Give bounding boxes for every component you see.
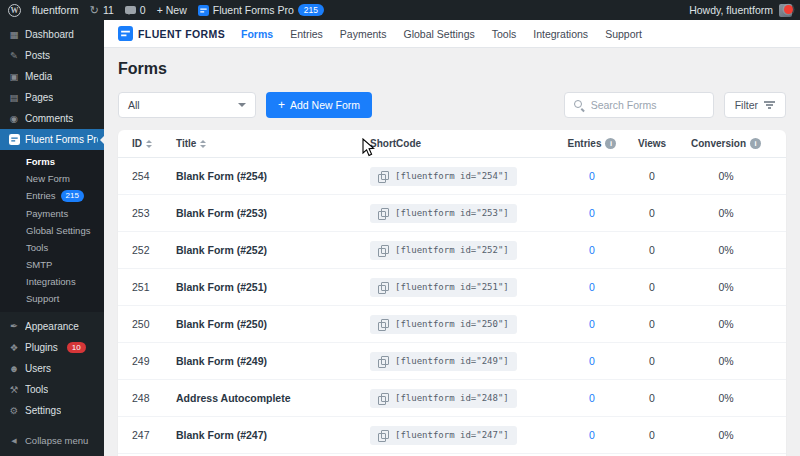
comments-link[interactable]: 0 [125, 4, 146, 16]
updates-link[interactable]: ↻ 11 [90, 4, 114, 16]
copy-icon [378, 319, 389, 330]
form-title-link[interactable]: Blank Form (#253) [176, 207, 370, 219]
table-row: 254 Blank Form (#254) [fluentform id="25… [118, 158, 786, 195]
column-header-conversion[interactable]: Conversion [680, 138, 772, 149]
shortcode-cell: [fluentform id="250"] [370, 315, 560, 334]
sidebar-subitem[interactable]: Tools [0, 239, 104, 256]
entries-link[interactable]: 0 [560, 281, 624, 293]
table-row: 249 Blank Form (#249) [fluentform id="24… [118, 343, 786, 380]
fluent-nav-item[interactable]: Integrations [533, 28, 588, 40]
conversion-cell: 0% [680, 392, 772, 404]
copy-icon [378, 393, 389, 404]
form-title-link[interactable]: Blank Form (#250) [176, 318, 370, 330]
collapse-menu-button[interactable]: ◀ Collapse menu [0, 431, 104, 450]
sidebar-item[interactable]: ❖ Plugins 10 [0, 337, 104, 359]
sidebar-item[interactable]: ▤ Pages [0, 87, 104, 108]
conversion-cell: 0% [680, 429, 772, 441]
pages-icon: ▤ [8, 93, 20, 103]
search-input[interactable] [591, 99, 705, 111]
form-title-link[interactable]: Blank Form (#249) [176, 355, 370, 367]
wp-sidebar: ▦ Dashboard ✎ Posts ▣ Media ▤ Pages [0, 20, 104, 456]
column-header-views: Views [624, 138, 680, 149]
column-header-title[interactable]: Title [176, 138, 370, 149]
sidebar-subitem[interactable]: New Form [0, 170, 104, 187]
conversion-cell: 0% [680, 207, 772, 219]
sidebar-subitem[interactable]: SMTP [0, 256, 104, 273]
shortcode-pill[interactable]: [fluentform id="249"] [370, 352, 517, 371]
appearance-icon: ✒ [8, 321, 20, 331]
fluent-nav-item[interactable]: Forms [241, 28, 273, 40]
sidebar-item[interactable]: ⚒ Tools [0, 379, 104, 400]
entries-link[interactable]: 0 [560, 170, 624, 182]
column-header-id[interactable]: ID [132, 138, 176, 149]
shortcode-pill[interactable]: [fluentform id="252"] [370, 241, 517, 260]
sidebar-subitem[interactable]: Integrations [0, 273, 104, 290]
recording-indicator [784, 5, 793, 14]
forms-page: Forms All + Add New Form Filter [104, 48, 800, 456]
sidebar-item[interactable]: ✎ Posts [0, 45, 104, 66]
sidebar-item[interactable]: ✒ Appearance [0, 316, 104, 337]
shortcode-pill[interactable]: [fluentform id="251"] [370, 278, 517, 297]
shortcode-pill[interactable]: [fluentform id="248"] [370, 389, 517, 408]
entries-link[interactable]: 0 [560, 244, 624, 256]
new-content-link[interactable]: + New [157, 4, 187, 16]
entries-link[interactable]: 0 [560, 355, 624, 367]
form-title-link[interactable]: Blank Form (#254) [176, 170, 370, 182]
fluent-nav-item[interactable]: Global Settings [404, 28, 475, 40]
form-id-cell: 247 [132, 429, 176, 441]
filter-icon [764, 100, 775, 110]
table-row: 247 Blank Form (#247) [fluentform id="24… [118, 417, 786, 454]
form-id-cell: 248 [132, 392, 176, 404]
info-icon [605, 138, 616, 149]
fluent-nav-item[interactable]: Support [605, 28, 642, 40]
shortcode-cell: [fluentform id="249"] [370, 352, 560, 371]
form-title-link[interactable]: Address Autocomplete [176, 392, 370, 404]
entries-link[interactable]: 0 [560, 429, 624, 441]
table-row: 252 Blank Form (#252) [fluentform id="25… [118, 232, 786, 269]
sidebar-menu-bottom: ✒ Appearance ❖ Plugins 10 ☻ Users ⚒ Tool… [0, 312, 104, 422]
shortcode-pill[interactable]: [fluentform id="254"] [370, 167, 517, 186]
tools-icon: ⚒ [8, 385, 20, 395]
form-title-link[interactable]: Blank Form (#247) [176, 429, 370, 441]
column-header-entries[interactable]: Entries [560, 138, 624, 149]
form-title-link[interactable]: Blank Form (#251) [176, 281, 370, 293]
fluent-forms-pro-adminbar-link[interactable]: Fluent Forms Pro 215 [198, 4, 324, 16]
sidebar-subitem[interactable]: Forms [0, 153, 104, 170]
copy-icon [378, 356, 389, 367]
filter-button[interactable]: Filter [724, 92, 786, 118]
wordpress-logo-icon: W [8, 4, 21, 17]
wp-admin-bar: W fluentform ↻ 11 0 + New Fluent Forms P… [0, 0, 800, 20]
sidebar-item[interactable]: ▣ Media [0, 66, 104, 87]
form-title-link[interactable]: Blank Form (#252) [176, 244, 370, 256]
sidebar-item[interactable]: ☻ Users [0, 358, 104, 379]
sidebar-item-fluent-forms-pro[interactable]: Fluent Forms Pro [0, 129, 104, 150]
views-cell: 0 [624, 281, 680, 293]
shortcode-pill[interactable]: [fluentform id="253"] [370, 204, 517, 223]
fluent-forms-brand[interactable]: FLUENT FORMS [118, 26, 225, 41]
status-filter-select[interactable]: All [118, 92, 256, 118]
entries-link[interactable]: 0 [560, 392, 624, 404]
shortcode-cell: [fluentform id="253"] [370, 204, 560, 223]
shortcode-pill[interactable]: [fluentform id="247"] [370, 426, 517, 445]
entries-link[interactable]: 0 [560, 207, 624, 219]
fluent-nav-item[interactable]: Entries [290, 28, 323, 40]
sidebar-subitem[interactable]: Support [0, 290, 104, 307]
site-name-link[interactable]: fluentform [32, 4, 79, 16]
shortcode-pill[interactable]: [fluentform id="250"] [370, 315, 517, 334]
wp-logo-menu[interactable]: W [8, 4, 21, 17]
fluent-nav-item[interactable]: Tools [492, 28, 517, 40]
sidebar-item[interactable]: ▦ Dashboard [0, 24, 104, 45]
sidebar-subitem[interactable]: Payments [0, 205, 104, 222]
table-body: 254 Blank Form (#254) [fluentform id="25… [118, 158, 786, 454]
views-cell: 0 [624, 429, 680, 441]
entries-link[interactable]: 0 [560, 318, 624, 330]
posts-icon: ✎ [8, 51, 20, 61]
copy-icon [378, 282, 389, 293]
howdy-text[interactable]: Howdy, fluentform [689, 4, 773, 16]
fluent-nav-item[interactable]: Payments [340, 28, 387, 40]
sidebar-item[interactable]: ◉ Comments [0, 108, 104, 129]
sidebar-subitem[interactable]: Entries 215 [0, 187, 104, 205]
add-new-form-button[interactable]: + Add New Form [266, 92, 372, 118]
sidebar-subitem[interactable]: Global Settings [0, 222, 104, 239]
sidebar-item[interactable]: ⚙ Settings [0, 400, 104, 421]
